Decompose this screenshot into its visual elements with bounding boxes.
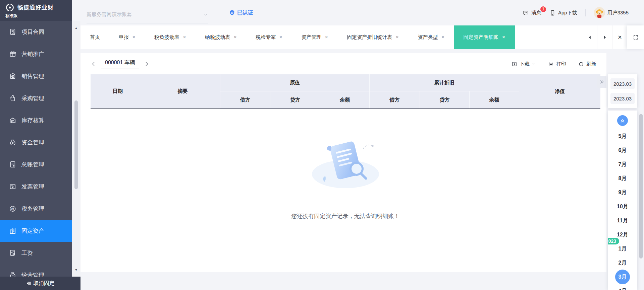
fullscreen-button[interactable] [627, 25, 644, 49]
app-logo-icon [5, 3, 14, 12]
asset-selector[interactable]: 000001 车辆 [101, 59, 139, 69]
sidebar-item-sales[interactable]: 销售管理 [0, 65, 72, 87]
prev-asset-button[interactable] [91, 61, 97, 67]
tab-list: 首页申报✕税负波动表✕纳税波动表✕税检专家✕资产管理✕固定资产折旧统计表✕资产类… [80, 25, 582, 49]
sidebar-item-purchase[interactable]: 采购管理 [0, 87, 72, 109]
sales-icon [9, 72, 16, 80]
month-item[interactable]: 5月 [608, 129, 637, 143]
messages-button[interactable]: 消息 1 [523, 10, 541, 16]
purchase-icon [9, 94, 16, 102]
tab-close-icon[interactable]: ✕ [233, 35, 237, 40]
column-header-debit: 借方 [370, 91, 420, 108]
year-badge: 2023 [608, 238, 619, 244]
contract-icon [9, 28, 16, 35]
tab-close-icon[interactable]: ✕ [132, 35, 136, 40]
tab-close-icon[interactable]: ✕ [183, 35, 186, 40]
column-header-date: 日期 [91, 74, 145, 108]
sidebar-item-operations[interactable]: 经营管理 [0, 264, 72, 277]
download-button[interactable]: 下载 [512, 61, 536, 67]
verified-badge: 企 已认证 [229, 9, 253, 16]
column-group-original-value: 原值 [220, 74, 370, 91]
sidebar-item-label: 发票管理 [21, 183, 44, 191]
payroll-icon [9, 249, 16, 257]
sidebar-item-label: 资金管理 [21, 139, 44, 146]
period-to[interactable]: 2023.03 [610, 93, 635, 104]
unpin-label: 取消固定 [33, 280, 55, 287]
page-scrollbar-thumb[interactable] [639, 114, 643, 259]
tab[interactable]: 资产类型✕ [408, 25, 454, 49]
next-asset-button[interactable] [144, 61, 150, 67]
promo-icon [9, 50, 16, 58]
tab-close-icon[interactable]: ✕ [441, 35, 444, 40]
tab-close-icon[interactable]: ✕ [395, 35, 399, 40]
month-item[interactable]: 3月 [615, 270, 630, 284]
jump-to-top-button[interactable] [617, 115, 628, 126]
tab-label: 税负波动表 [154, 34, 179, 41]
ledger-icon [9, 161, 16, 168]
month-item[interactable]: 4月 [608, 284, 637, 290]
fixed-asset-ledger-panel: 000001 车辆 下载 打印 刷新 [80, 53, 606, 272]
sidebar-item-contract[interactable]: 项目合同 [0, 21, 72, 43]
header-actions: 消息 1 App下载 用户3355 [523, 7, 644, 18]
sidebar-scroll-down-icon[interactable]: ▼ [72, 265, 80, 274]
app-root: 畅捷通好业财 标准版 项目合同营销推广销售管理采购管理库存核算资金管理总账管理发… [0, 0, 644, 290]
print-label: 打印 [556, 61, 566, 67]
sidebar-item-ledger[interactable]: 总账管理 [0, 153, 72, 175]
column-header-balance: 余额 [320, 91, 370, 108]
sidebar-item-funds[interactable]: 资金管理 [0, 131, 72, 153]
tab[interactable]: 税检专家✕ [246, 25, 292, 49]
close-icon: ✕ [618, 34, 622, 41]
tab[interactable]: 申报✕ [109, 25, 145, 49]
month-navigator: 5月6月7月8月9月10月11月12月1月2月3月4月2023 [608, 111, 637, 290]
tab[interactable]: 资产管理✕ [292, 25, 337, 49]
tab-scroll-left-button[interactable] [582, 25, 597, 49]
refresh-label: 刷新 [586, 61, 596, 67]
sidebar-item-invoice[interactable]: 发票管理 [0, 175, 72, 198]
sidebar-item-inventory[interactable]: 库存核算 [0, 109, 72, 131]
print-button[interactable]: 打印 [548, 61, 566, 67]
top-header: 新服务官网演示账套 企 已认证 消息 1 App下载 用户3355 [80, 0, 644, 25]
month-item[interactable]: 10月 [608, 200, 637, 214]
tab[interactable]: 固定资产折旧统计表✕ [337, 25, 408, 49]
tab[interactable]: 税负波动表✕ [145, 25, 196, 49]
column-header-net-value: 净值 [519, 74, 600, 108]
sidebar-scrollbar-thumb[interactable] [74, 100, 78, 189]
app-download-button[interactable]: App下载 [549, 10, 577, 16]
collapse-period-panel-button[interactable] [597, 76, 606, 88]
refresh-button[interactable]: 刷新 [578, 61, 596, 67]
month-item[interactable]: 6月 [608, 143, 637, 157]
sidebar-item-label: 固定资产 [21, 227, 44, 235]
tab-scroll-right-button[interactable] [597, 25, 612, 49]
header-divider [585, 9, 586, 16]
close-tabs-button[interactable]: ✕ [612, 25, 627, 49]
sidebar-item-fixed-assets[interactable]: 固定资产 [0, 220, 72, 242]
month-item[interactable]: 8月 [608, 171, 637, 186]
sidebar-item-label: 销售管理 [21, 72, 44, 80]
sidebar-item-payroll[interactable]: 工资 [0, 242, 72, 264]
month-item[interactable]: 7月 [608, 157, 637, 171]
column-header-balance: 余额 [470, 91, 519, 108]
sidebar-item-tax[interactable]: 税税务管理 [0, 198, 72, 220]
tab[interactable]: 固定资产明细账✕ [454, 25, 515, 49]
tab-close-icon[interactable]: ✕ [325, 35, 328, 40]
column-header-summary: 摘要 [145, 74, 220, 108]
unpin-sidebar-button[interactable]: 取消固定 [0, 277, 80, 290]
fixed-assets-icon [9, 227, 16, 234]
tab[interactable]: 首页 [80, 25, 109, 49]
month-item[interactable]: 9月 [608, 186, 637, 200]
sidebar-scroll-up-icon[interactable]: ▲ [72, 23, 80, 32]
month-item[interactable]: 11月 [608, 214, 637, 228]
sidebar-item-promo[interactable]: 营销推广 [0, 43, 72, 65]
period-from[interactable]: 2023.03 [610, 78, 635, 89]
month-item[interactable]: 2月 [608, 256, 637, 270]
tab[interactable]: 纳税波动表✕ [196, 25, 246, 49]
edition-label: 标准版 [5, 13, 72, 19]
sidebar-item-label: 经营管理 [21, 271, 44, 277]
sidebar-menu: 项目合同营销推广销售管理采购管理库存核算资金管理总账管理发票管理税税务管理固定资… [0, 21, 72, 277]
tab-label: 申报 [119, 34, 129, 41]
tab-close-icon[interactable]: ✕ [502, 35, 505, 40]
account-select[interactable]: 新服务官网演示账套 [87, 6, 208, 23]
user-menu[interactable]: 用户3355 [594, 7, 629, 18]
tab-close-icon[interactable]: ✕ [279, 35, 282, 40]
phone-icon [549, 10, 556, 16]
